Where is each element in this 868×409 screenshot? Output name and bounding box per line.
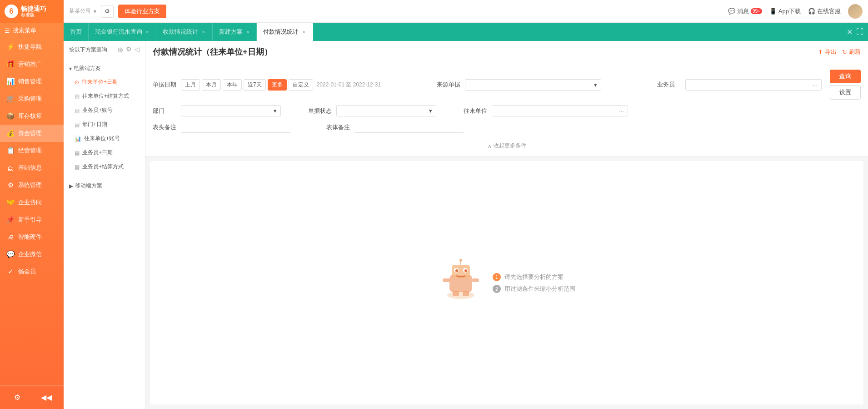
sidebar-item-member[interactable]: ✓ 畅会员 bbox=[0, 263, 64, 280]
sidebar-item-wechat[interactable]: 💬 企业微信 bbox=[0, 246, 64, 263]
query-btn[interactable]: 查询 bbox=[830, 70, 861, 83]
notifications-btn[interactable]: 💬 消息 99+ bbox=[728, 7, 762, 15]
desktop-schema-title[interactable]: ▾ 电脑端方案 bbox=[64, 62, 145, 75]
schema-partner-account[interactable]: 📊 往来单位+账号 bbox=[64, 131, 145, 146]
export-btn[interactable]: ⬆ 导出 bbox=[818, 48, 837, 56]
sidebar: 6 畅捷通巧 标准版 ☰ 搜索菜单 ⚡ 快捷导航 🎁 营销推广 📊 销售管理 🛒… bbox=[0, 0, 64, 409]
collapse-sidebar-btn[interactable]: ◀◀ bbox=[34, 390, 59, 404]
tab-payment-stats[interactable]: 收款情况统计 × bbox=[156, 23, 212, 41]
app-icon: 📱 bbox=[769, 8, 777, 15]
refresh-icon: ↻ bbox=[842, 49, 847, 56]
page-header-actions: ⬆ 导出 ↻ 刷新 bbox=[818, 48, 861, 56]
sidebar-item-purchase[interactable]: 🛒 采购管理 bbox=[0, 90, 64, 107]
tab-new-plan[interactable]: 新建方案 × bbox=[213, 23, 257, 41]
svg-rect-11 bbox=[453, 291, 459, 296]
more-dates-btn[interactable]: 更多 bbox=[268, 79, 287, 91]
expand-mobile-icon: ▶ bbox=[69, 183, 73, 189]
body-note-input[interactable] bbox=[354, 122, 464, 133]
filter-area: 单据日期 上月 本月 本年 近7天 更多 自定义 2022-01-01 至 20… bbox=[145, 63, 868, 157]
wechat-icon: 💬 bbox=[6, 250, 15, 258]
schema-dept-date[interactable]: ▤ 部门+日期 bbox=[64, 117, 145, 131]
partner-date-icon: ⊙ bbox=[75, 79, 79, 86]
collapse-chevron-icon: ∧ bbox=[488, 143, 492, 149]
sidebar-item-hardware[interactable]: 🖨 智能硬件 bbox=[0, 228, 64, 246]
tab-bank-flow[interactable]: 现金银行流水查询 × bbox=[89, 23, 156, 41]
sidebar-item-guide[interactable]: 📌 新手引导 bbox=[0, 211, 64, 228]
sidebar-item-collab[interactable]: 🤝 企业协同 bbox=[0, 194, 64, 211]
custom-date-btn[interactable]: 自定义 bbox=[289, 79, 313, 91]
close-payout-stats-tab[interactable]: × bbox=[301, 28, 306, 35]
collapse-left-panel-btn[interactable]: ◁ bbox=[135, 45, 140, 54]
schema-partner-date[interactable]: ⊙ 往来单位+日期 bbox=[64, 75, 145, 89]
close-bank-flow-tab[interactable]: × bbox=[145, 28, 150, 35]
user-avatar[interactable] bbox=[848, 4, 863, 19]
page-header: 付款情况统计（往来单位+日期） ⬆ 导出 ↻ 刷新 bbox=[145, 41, 868, 63]
sidebar-item-operation[interactable]: 📋 经营管理 bbox=[0, 142, 64, 159]
close-all-tabs-btn[interactable]: ✕ bbox=[847, 28, 853, 36]
left-panel-header: 按以下方案查询 ⊕ ⚙ ◁ bbox=[64, 41, 145, 59]
sidebar-item-capital[interactable]: 💰 资金管理 bbox=[0, 125, 64, 142]
sidebar-logo: 6 畅捷通巧 标准版 bbox=[0, 0, 64, 23]
empty-illustration bbox=[438, 257, 484, 302]
tab-payout-stats[interactable]: 付款情况统计 × bbox=[257, 23, 313, 41]
last-7days-btn[interactable]: 近7天 bbox=[244, 79, 266, 91]
dept-date-icon: ▤ bbox=[75, 121, 80, 128]
partner-input[interactable]: ··· bbox=[492, 105, 628, 116]
schema-partner-settle[interactable]: ▤ 往来单位+结算方式 bbox=[64, 89, 145, 103]
schema-staff-account[interactable]: ▤ 业务员+账号 bbox=[64, 103, 145, 117]
settings-gear-btn[interactable]: ⚙ bbox=[101, 5, 114, 18]
desktop-schema-group: ▾ 电脑端方案 ⊙ 往来单位+日期 ▤ 往来单位+结算方式 ▤ 业务员+账号 ▤ bbox=[64, 59, 145, 177]
guide-icon: 📌 bbox=[6, 216, 15, 224]
collapse-filter-btn[interactable]: ∧ 收起更多条件 bbox=[153, 138, 861, 150]
trial-industry-btn[interactable]: 体验行业方案 bbox=[118, 5, 166, 18]
this-year-btn[interactable]: 本年 bbox=[223, 79, 242, 91]
settings-bottom-btn[interactable]: ⚙ bbox=[5, 390, 30, 404]
content-area: 按以下方案查询 ⊕ ⚙ ◁ ▾ 电脑端方案 ⊙ 往来单位+日期 ▤ bbox=[64, 41, 868, 409]
tab-home[interactable]: 首页 bbox=[64, 23, 89, 41]
close-payment-stats-tab[interactable]: × bbox=[201, 28, 205, 35]
online-service-btn[interactable]: 🎧 在线客服 bbox=[808, 7, 841, 15]
capital-icon: 💰 bbox=[6, 129, 15, 137]
inventory-icon: 📦 bbox=[6, 112, 15, 120]
schema-settings-btn[interactable]: ⚙ bbox=[126, 45, 132, 54]
last-month-btn[interactable]: 上月 bbox=[181, 79, 200, 91]
header-note-input[interactable] bbox=[181, 122, 290, 133]
notification-icon: 💬 bbox=[728, 8, 735, 15]
sidebar-item-sales[interactable]: 📊 销售管理 bbox=[0, 73, 64, 90]
source-select[interactable]: ▾ bbox=[465, 79, 601, 91]
sidebar-item-quick-nav[interactable]: ⚡ 快捷导航 bbox=[0, 38, 64, 56]
app-download-btn[interactable]: 📱 App下载 bbox=[769, 7, 801, 15]
search-menu[interactable]: ☰ 搜索菜单 bbox=[0, 23, 64, 38]
purchase-icon: 🛒 bbox=[6, 95, 15, 103]
empty-tip-2: 2 用过滤条件来缩小分析范围 bbox=[493, 285, 575, 293]
dept-label: 部门 bbox=[153, 107, 176, 115]
sidebar-item-marketing[interactable]: 🎁 营销推广 bbox=[0, 56, 64, 73]
left-panel: 按以下方案查询 ⊕ ⚙ ◁ ▾ 电脑端方案 ⊙ 往来单位+日期 ▤ bbox=[64, 41, 145, 409]
sidebar-item-basic[interactable]: 🗂 基础信息 bbox=[0, 159, 64, 177]
marketing-icon: 🎁 bbox=[6, 60, 15, 68]
svg-point-8 bbox=[459, 259, 462, 262]
sidebar-item-system[interactable]: ⚙ 系统管理 bbox=[0, 177, 64, 194]
operation-icon: 📋 bbox=[6, 146, 15, 155]
hardware-icon: 🖨 bbox=[6, 233, 15, 241]
svg-point-0 bbox=[447, 292, 474, 299]
mobile-schema-title[interactable]: ▶ 移动端方案 bbox=[64, 179, 145, 192]
member-icon: ✓ bbox=[6, 268, 15, 276]
sidebar-item-inventory[interactable]: 📦 库存核算 bbox=[0, 107, 64, 125]
logo-text: 畅捷通巧 标准版 bbox=[21, 5, 46, 18]
staff-input[interactable]: ··· bbox=[685, 79, 822, 91]
doc-status-select[interactable]: ▾ bbox=[336, 105, 436, 116]
dept-select[interactable]: ▾ bbox=[181, 105, 281, 116]
setting-btn[interactable]: 设置 bbox=[830, 85, 861, 100]
schema-staff-date[interactable]: ▤ 业务员+日期 bbox=[64, 146, 145, 160]
schema-staff-settle[interactable]: ▤ 业务员+结算方式 bbox=[64, 160, 145, 174]
expand-tabs-btn[interactable]: ⛶ bbox=[856, 28, 863, 36]
close-new-plan-tab[interactable]: × bbox=[245, 28, 250, 35]
staff-date-icon: ▤ bbox=[75, 150, 80, 156]
add-schema-btn[interactable]: ⊕ bbox=[117, 45, 123, 54]
staff-settle-icon: ▤ bbox=[75, 164, 80, 170]
dept-chevron-icon: ▾ bbox=[274, 107, 277, 114]
this-month-btn[interactable]: 本月 bbox=[202, 79, 221, 91]
account-selector[interactable]: 某某公司 ▾ bbox=[69, 7, 96, 15]
refresh-btn[interactable]: ↻ 刷新 bbox=[842, 48, 861, 56]
